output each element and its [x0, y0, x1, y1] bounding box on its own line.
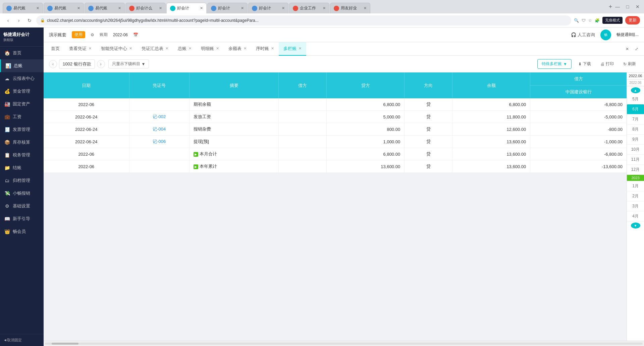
menu-icon-4: 🏭: [4, 101, 10, 107]
collapse-tabs-icon[interactable]: ✕: [623, 44, 632, 54]
nav-tab-close-1[interactable]: ✕: [89, 46, 92, 51]
nav-tab-7[interactable]: 序时账✕: [251, 42, 279, 56]
nav-tab-close-7[interactable]: ✕: [271, 46, 274, 51]
prev-account-button[interactable]: ‹: [49, 60, 57, 68]
search-icon[interactable]: 🔍: [574, 18, 579, 23]
nav-tab-0[interactable]: 首页: [46, 42, 64, 56]
cell-extra-4: -6,800.00: [530, 148, 627, 160]
cell-voucher-1[interactable]: 记-002: [129, 111, 189, 123]
cell-summary-0: 期初余额: [189, 98, 278, 111]
user-avatar[interactable]: 畅: [600, 30, 611, 40]
browser-tab-1[interactable]: 易代账 ✕: [3, 3, 43, 13]
expand-tabs-icon[interactable]: ⤢: [632, 44, 641, 54]
horizontal-scrollbar[interactable]: [44, 341, 644, 346]
shield-icon[interactable]: 🛡: [582, 18, 586, 23]
minimize-button[interactable]: —: [615, 4, 620, 9]
date-item-2023-0[interactable]: 1月: [627, 181, 644, 191]
nav-tab-1[interactable]: 查看凭证✕: [64, 42, 96, 56]
date-item-2022-3[interactable]: 8月: [627, 125, 644, 135]
col-extra-top: 借方: [530, 72, 627, 86]
menu-label-13: 新手引导: [13, 216, 30, 222]
close-window-button[interactable]: ✕: [635, 4, 640, 9]
date-item-2022-5[interactable]: 10月: [627, 145, 644, 155]
demo-badge[interactable]: 使用: [72, 31, 85, 38]
sidebar-item-0[interactable]: 🏠 首页: [0, 47, 44, 59]
url-bar[interactable]: 🔒 cloud2.chanjet.com/accounting/uh26t264…: [36, 15, 571, 26]
nav-tab-close-4[interactable]: ✕: [189, 46, 192, 51]
browser-tab-6[interactable]: 好会计 ✕: [207, 3, 248, 13]
nav-tab-close-2[interactable]: ✕: [129, 46, 132, 51]
date-item-2023-2[interactable]: 3月: [627, 201, 644, 211]
cell-voucher-2[interactable]: 记-004: [129, 123, 189, 136]
browser-tab-9[interactable]: 用友好业 ✕: [330, 3, 370, 13]
nav-tab-6[interactable]: 余额表✕: [224, 42, 251, 56]
nav-tab-4[interactable]: 总账✕: [173, 42, 196, 56]
scroll-down-button[interactable]: ▼: [631, 223, 640, 229]
incognito-button[interactable]: 无痕模式: [602, 17, 623, 24]
sidebar-item-1[interactable]: 📊 总账: [0, 59, 44, 72]
cell-voucher-3[interactable]: 记-006: [129, 136, 189, 148]
date-item-2022-0[interactable]: 5月: [627, 94, 644, 104]
browser-tab-3[interactable]: 易代账 ✕: [85, 3, 125, 13]
refresh-button[interactable]: ↻: [25, 16, 34, 24]
calendar-icon[interactable]: 📅: [133, 33, 138, 37]
extensions-icon[interactable]: 🧩: [595, 18, 600, 23]
browser-tab-5[interactable]: 好会计 ✕: [166, 3, 207, 13]
nav-tab-3[interactable]: 凭证汇总表✕: [137, 42, 173, 56]
date-item-2023-1[interactable]: 2月: [627, 191, 644, 201]
nav-tab-8[interactable]: 多栏账✕: [279, 42, 306, 56]
next-account-button[interactable]: ›: [97, 60, 105, 68]
print-button[interactable]: 🖨 打印: [598, 59, 616, 68]
browser-tab-2[interactable]: 易代账 ✕: [44, 3, 84, 13]
sidebar-item-11[interactable]: 💸 小畅报销: [0, 187, 44, 200]
sidebar-item-5[interactable]: 💼 工资: [0, 110, 44, 123]
maximize-button[interactable]: □: [625, 4, 630, 9]
settings-icon[interactable]: ⚙: [91, 33, 94, 37]
ledger-table: 日期 凭证号 摘要 借方 贷方 方向 余额 借方 中国建设银行: [44, 72, 627, 173]
nav-tab-close-6[interactable]: ✕: [244, 46, 247, 51]
voucher-link-3[interactable]: 记-006: [153, 139, 166, 144]
sidebar-item-7[interactable]: 📦 库存核算: [0, 136, 44, 149]
date-item-2022-4[interactable]: 9月: [627, 135, 644, 145]
date-item-2022-1[interactable]: 6月: [627, 104, 644, 114]
browser-tab-8[interactable]: 企业工作 ✕: [289, 3, 329, 13]
sidebar-item-4[interactable]: 🏭 固定资产: [0, 98, 44, 110]
sidebar-item-13[interactable]: 📖 新手引导: [0, 212, 44, 225]
sidebar-item-12[interactable]: ⚙ 基础设置: [0, 200, 44, 212]
sidebar-item-10[interactable]: 🗂 归档管理: [0, 174, 44, 187]
sidebar-item-9[interactable]: 📁 结账: [0, 161, 44, 174]
browser-tab-4[interactable]: 好会计么 ✕: [125, 3, 166, 13]
date-item-2022-2[interactable]: 7月: [627, 114, 644, 125]
nav-tab-close-8[interactable]: ✕: [299, 46, 302, 51]
forward-button[interactable]: ›: [15, 16, 23, 24]
nav-tab-close-5[interactable]: ✕: [216, 46, 219, 51]
nav-tab-2[interactable]: 智能凭证中心✕: [96, 42, 137, 56]
sidebar-item-8[interactable]: 📋 税务管理: [0, 149, 44, 161]
multi-col-button[interactable]: 特殊多栏账 ▼: [537, 59, 572, 69]
date-panel-header-1: 2022.06: [627, 72, 644, 80]
download-button[interactable]: ⬇ 下载: [576, 59, 594, 68]
sidebar-item-3[interactable]: 💰 资金管理: [0, 85, 44, 98]
sidebar-item-2[interactable]: ☁ 云报表中心: [0, 72, 44, 85]
voucher-link-2[interactable]: 记-004: [153, 127, 166, 132]
refresh-button[interactable]: ↻ 刷新: [621, 59, 639, 68]
sidebar-item-14[interactable]: 👑 畅会员: [0, 225, 44, 238]
scroll-up-button[interactable]: ▲: [631, 87, 640, 93]
nav-tab-label-8: 多栏账: [283, 46, 297, 52]
nav-tab-close-3[interactable]: ✕: [165, 46, 168, 51]
date-item-2022-6[interactable]: 11月: [627, 155, 644, 165]
voucher-link-1[interactable]: 记-002: [153, 114, 166, 119]
nav-tab-5[interactable]: 明细账✕: [196, 42, 224, 56]
service-label[interactable]: 🎧 人工咨询: [571, 32, 595, 38]
star-icon[interactable]: ☆: [588, 18, 592, 23]
add-tab-button[interactable]: +: [606, 2, 615, 11]
filter-dropdown[interactable]: 只显示下级科目 ▼: [108, 59, 149, 68]
scrollbar-thumb[interactable]: [52, 343, 78, 345]
browser-tab-7[interactable]: 好会计 ✕: [248, 3, 288, 13]
back-button[interactable]: ‹: [4, 16, 12, 24]
date-item-2023-3[interactable]: 4月: [627, 211, 644, 221]
collapse-sidebar-button[interactable]: ◄取消固定: [3, 338, 40, 343]
sidebar-item-6[interactable]: 🧾 发票管理: [0, 123, 44, 136]
date-item-2022-7[interactable]: 12月: [627, 165, 644, 175]
update-button[interactable]: 更新: [625, 16, 640, 24]
